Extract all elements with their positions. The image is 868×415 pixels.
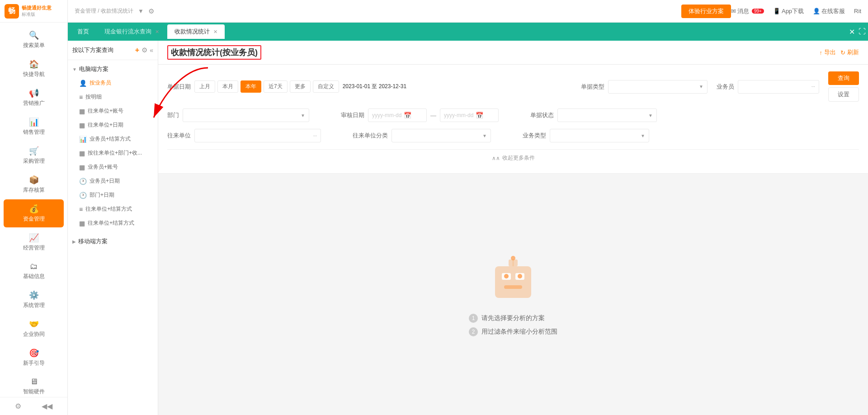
sidebar-item-hardware[interactable]: 🖥 智能硬件 <box>4 373 64 397</box>
refresh-btn[interactable]: ↻ 刷新 <box>840 48 859 57</box>
tab-home[interactable]: 首页 <box>70 24 96 39</box>
scheme-item-icon-8: 🕐 <box>79 192 87 199</box>
page-title: 收款情况统计(按业务员) <box>167 45 261 60</box>
scheme-settings-icon[interactable]: ⚙ <box>142 46 147 54</box>
scheme-item-unit-payment1[interactable]: ≡ 往来单位+结算方式 <box>68 202 158 216</box>
online-service-area[interactable]: 👤 在线客服 <box>813 7 845 15</box>
system-icon: ⚙️ <box>29 290 39 300</box>
doc-type-label: 单据类型 <box>581 83 604 91</box>
tab-bank-flow-close[interactable]: ✕ <box>155 29 159 35</box>
scheme-item-salesman-payment[interactable]: 📊 业务员+结算方式 <box>68 132 158 146</box>
tabbar: 首页 现金银行流水查询 ✕ 收款情况统计 ✕ ✕ ⛶ <box>68 23 868 41</box>
dept-arrow: ▼ <box>301 113 305 118</box>
sidebar-settings-btn[interactable]: ⚙ <box>15 402 21 410</box>
sidebar-bottom: ⚙ ◀◀ <box>0 397 67 415</box>
sidebar-item-purchase[interactable]: 🛒 采购管理 <box>4 141 64 170</box>
review-date-start[interactable]: yyyy-mm-dd 📅 <box>368 108 427 122</box>
scheme-item-detail[interactable]: ≡ 按明细 <box>68 90 158 104</box>
svg-point-8 <box>511 256 515 260</box>
settings-btn[interactable]: 设置 <box>828 87 859 102</box>
date-btn-7days[interactable]: 近7天 <box>264 80 288 93</box>
scheme-item-icon-0: 👤 <box>79 80 87 87</box>
svg-point-3 <box>504 274 509 278</box>
empty-illustration <box>486 253 540 307</box>
topbar-settings-icon[interactable]: ⚙ <box>148 7 154 15</box>
sidebar-item-sales[interactable]: 📊 销售管理 <box>4 113 64 141</box>
scheme-item-unit-payment2[interactable]: ▦ 往来单位+结算方式 <box>68 216 158 230</box>
topbar-right: ✉ 消息 99+ 📱 App下载 👤 在线客服 Rit <box>731 7 861 15</box>
date-btn-this-year[interactable]: 本年 <box>241 80 261 93</box>
dept-select[interactable]: ▼ <box>183 108 309 122</box>
scheme-item-unit-date[interactable]: ▦ 往来单位+日期 <box>68 118 158 132</box>
scheme-group-mobile: ▶ 移动端方案 <box>68 232 158 250</box>
biz-type-label: 业务类型 <box>523 132 546 140</box>
scheme-item-salesman[interactable]: 👤 按业务员 <box>68 76 158 90</box>
filter-buttons: 查询 设置 <box>828 71 859 102</box>
sidebar-item-marketing[interactable]: 📢 营销推广 <box>4 84 64 112</box>
scheme-group-mobile-title[interactable]: ▶ 移动端方案 <box>68 235 158 248</box>
export-btn[interactable]: ↑ 导出 <box>820 48 836 57</box>
sidebar-collapse-btn[interactable]: ◀◀ <box>42 402 52 410</box>
scheme-collapse-icon[interactable]: « <box>150 47 153 54</box>
purchase-icon: 🛒 <box>29 146 39 156</box>
doc-type-arrow: ▼ <box>699 84 703 89</box>
main-area: 资金管理 / 收款情况统计 ▼ ⚙ 体验行业方案 ✉ 消息 99+ 📱 App下… <box>68 0 868 415</box>
scheme-header: 按以下方案查询 + ⚙ « <box>68 41 158 60</box>
review-date-label: 审核日期 <box>341 111 364 119</box>
sidebar-item-corp[interactable]: 🤝 企业协同 <box>4 315 64 343</box>
counterpart-category-select[interactable]: ▼ <box>392 129 491 142</box>
operation-icon: 📈 <box>29 233 39 243</box>
tab-collect-stat-close[interactable]: ✕ <box>213 29 217 35</box>
counterpart-label: 往来单位 <box>167 132 191 140</box>
sidebar-item-quick-nav[interactable]: 🏠 快捷导航 <box>4 55 64 83</box>
collapse-bar[interactable]: ∧∧ 收起更多条件 <box>167 149 859 166</box>
sidebar-item-fund[interactable]: 💰 资金管理 <box>4 199 64 227</box>
tab-bank-flow[interactable]: 现金银行流水查询 ✕ <box>97 24 166 39</box>
scheme-item-dept-date[interactable]: 🕐 部门+日期 <box>68 188 158 202</box>
trial-industry-btn[interactable]: 体验行业方案 <box>681 5 731 18</box>
date-btn-this-month[interactable]: 本月 <box>217 80 238 93</box>
sidebar-item-inventory[interactable]: 📦 库存核算 <box>4 170 64 198</box>
sidebar-item-basic[interactable]: 🗂 基础信息 <box>4 257 64 285</box>
doc-type-select[interactable]: ▼ <box>608 80 708 94</box>
date-btn-more[interactable]: 更多 <box>290 80 311 93</box>
sidebar-item-search-menu[interactable]: 🔍 搜索菜单 <box>4 26 64 54</box>
filter-row-2: 部门 ▼ 审核日期 yyyy-mm-dd 📅 — <box>167 108 859 122</box>
filter-salesman-item: 业务员 ··· <box>717 80 819 94</box>
doc-status-select[interactable]: ▼ <box>557 108 657 122</box>
date-btn-last-month[interactable]: 上月 <box>194 80 215 93</box>
sidebar-item-operation[interactable]: 📈 经营管理 <box>4 228 64 256</box>
tab-maximize-btn[interactable]: ⛶ <box>859 28 866 36</box>
scheme-add-icon[interactable]: + <box>135 46 139 54</box>
user-area[interactable]: Rit <box>854 8 861 14</box>
tab-minimize-btn[interactable]: ✕ <box>849 28 855 36</box>
sidebar: 畅 畅捷通好生意 标准版 🔍 搜索菜单 🏠 快捷导航 📢 营销推广 📊 销售管理… <box>0 0 68 415</box>
scheme-item-unit-account[interactable]: ▦ 往来单位+账号 <box>68 104 158 118</box>
calendar-start-icon: 📅 <box>404 112 411 119</box>
inventory-icon: 📦 <box>29 175 39 185</box>
scheme-group-desktop-title[interactable]: ▼ 电脑端方案 <box>68 62 158 76</box>
query-btn[interactable]: 查询 <box>828 71 859 85</box>
scheme-item-unit-dept[interactable]: ▦ 按往来单位+部门+收... <box>68 146 158 160</box>
calendar-end-icon: 📅 <box>476 112 483 119</box>
counterpart-select[interactable]: ··· <box>194 129 321 142</box>
message-area[interactable]: ✉ 消息 99+ <box>731 7 764 15</box>
tab-collect-stat[interactable]: 收款情况统计 ✕ <box>167 24 225 39</box>
breadcrumb-dropdown-icon[interactable]: ▼ <box>138 8 144 14</box>
date-btn-custom[interactable]: 自定义 <box>313 80 339 93</box>
scheme-item-icon-1: ≡ <box>79 94 83 101</box>
app-download-area[interactable]: 📱 App下载 <box>773 7 804 15</box>
review-date-end[interactable]: yyyy-mm-dd 📅 <box>440 108 499 122</box>
date-label: 单据日期 <box>167 83 191 91</box>
salesman-label: 业务员 <box>717 83 734 91</box>
scheme-item-salesman-account[interactable]: ▦ 业务员+账号 <box>68 160 158 174</box>
scheme-group-desktop: ▼ 电脑端方案 👤 按业务员 ≡ 按明细 ▦ 往来单位+账号 ▦ 往来单位 <box>68 60 158 232</box>
sidebar-item-system[interactable]: ⚙️ 系统管理 <box>4 286 64 314</box>
counterpart-dots: ··· <box>313 133 317 138</box>
scheme-item-salesman-date[interactable]: 🕐 业务员+日期 <box>68 174 158 188</box>
sidebar-item-guide[interactable]: 🎯 新手引导 <box>4 344 64 372</box>
sidebar-nav: 🔍 搜索菜单 🏠 快捷导航 📢 营销推广 📊 销售管理 🛒 采购管理 📦 库存核… <box>0 23 67 397</box>
hardware-icon: 🖥 <box>30 377 38 387</box>
biz-type-select[interactable]: ▼ <box>550 129 649 142</box>
salesman-select[interactable]: ··· <box>738 80 819 94</box>
